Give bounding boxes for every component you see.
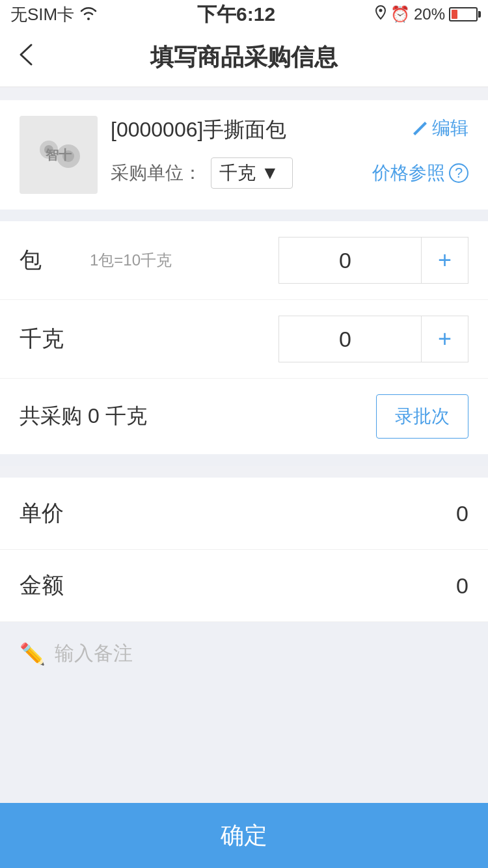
- page-title: 填写商品采购信息: [150, 42, 338, 74]
- amount-row: 金额 0: [0, 550, 488, 622]
- kg-label: 千克: [20, 324, 85, 354]
- product-name: [0000006]手撕面包: [111, 116, 411, 144]
- pencil-icon: ✏️: [20, 642, 46, 666]
- unit-label: 采购单位：: [111, 161, 202, 185]
- confirm-bar[interactable]: 确定: [0, 803, 488, 868]
- pack-control: +: [278, 237, 468, 284]
- alarm-icon: ⏰: [390, 5, 410, 23]
- battery-percent: 20%: [414, 5, 445, 23]
- unit-price-row: 单价 0: [0, 478, 488, 550]
- pack-row: 包 1包=10千克 +: [0, 221, 488, 300]
- kg-row: 千克 +: [0, 300, 488, 379]
- product-info: [0000006]手撕面包 编辑 采购单位： 千克 ▼ 价格参照 ?: [111, 116, 468, 189]
- pack-input[interactable]: [278, 237, 422, 284]
- pack-label: 包: [20, 245, 85, 275]
- section-divider-1: [0, 210, 488, 221]
- remark-section[interactable]: ✏️ 输入备注: [0, 622, 488, 685]
- wifi-icon: [79, 5, 98, 25]
- svg-point-0: [379, 9, 382, 12]
- kg-plus-button[interactable]: +: [422, 316, 468, 362]
- info-icon: ?: [449, 163, 468, 183]
- pack-sublabel: 1包=10千克: [90, 250, 172, 271]
- confirm-text: 确定: [221, 820, 267, 852]
- price-section: 单价 0 金额 0: [0, 478, 488, 622]
- kg-input[interactable]: [278, 316, 422, 362]
- total-label: 共采购 0 千克: [20, 402, 147, 431]
- edit-button[interactable]: 编辑: [411, 116, 468, 141]
- product-image: 智十: [20, 116, 98, 194]
- remark-placeholder: 输入备注: [55, 640, 133, 667]
- price-ref-button[interactable]: 价格参照 ?: [372, 161, 468, 185]
- back-button[interactable]: [18, 42, 34, 73]
- quantity-section: 包 1包=10千克 + 千克 +: [0, 221, 488, 379]
- unit-price-value: 0: [456, 501, 468, 526]
- dropdown-icon: ▼: [261, 163, 279, 183]
- pack-plus-button[interactable]: +: [422, 237, 468, 284]
- amount-label: 金额: [20, 571, 64, 601]
- unit-select[interactable]: 千克 ▼: [211, 157, 293, 189]
- location-icon: [375, 5, 386, 23]
- status-bar: 无SIM卡 下午6:12 ⏰ 20%: [0, 0, 488, 29]
- carrier-text: 无SIM卡: [10, 3, 74, 26]
- record-batch-button[interactable]: 录批次: [376, 394, 468, 439]
- status-left: 无SIM卡: [10, 3, 98, 26]
- status-right: ⏰ 20%: [375, 5, 478, 23]
- kg-control: +: [278, 316, 468, 362]
- status-time: 下午6:12: [197, 1, 275, 28]
- unit-price-label: 单价: [20, 498, 64, 528]
- total-row: 共采购 0 千克 录批次: [0, 379, 488, 454]
- battery-icon: [449, 7, 478, 21]
- nav-bar: 填写商品采购信息: [0, 29, 488, 87]
- product-card: 智十 [0000006]手撕面包 编辑 采购单位： 千克 ▼ 价格参照: [0, 100, 488, 210]
- section-divider-2: [0, 454, 488, 466]
- amount-value: 0: [456, 573, 468, 599]
